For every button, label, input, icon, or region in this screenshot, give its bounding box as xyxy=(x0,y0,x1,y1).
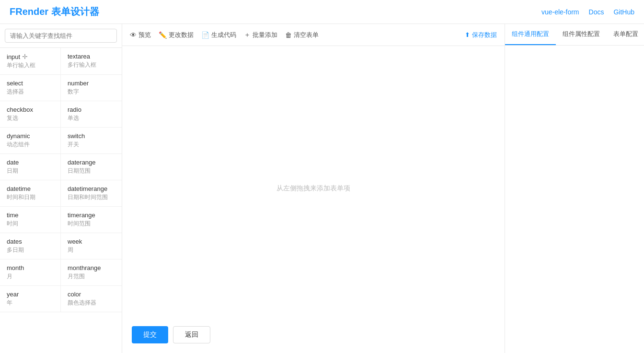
component-name: color xyxy=(68,291,115,298)
component-item-dynamic[interactable]: dynamic 动态组件 xyxy=(0,128,61,154)
component-label: 多行输入框 xyxy=(68,61,115,69)
edit-icon: ✏️ xyxy=(159,31,167,39)
config-tab-0[interactable]: 组件通用配置 xyxy=(505,24,556,45)
drag-icon: ✛ xyxy=(22,53,28,60)
search-input[interactable] xyxy=(5,29,117,43)
component-item-datetimerange[interactable]: datetimerange 日期和时间范围 xyxy=(61,180,122,207)
component-label: 日期和时间范围 xyxy=(68,193,115,201)
cancel-button[interactable]: 返回 xyxy=(173,326,210,343)
component-label: 时间范围 xyxy=(68,220,115,228)
component-item-timerange[interactable]: timerange 时间范围 xyxy=(61,207,122,233)
component-label: 月范围 xyxy=(68,272,115,281)
config-panel: 组件通用配置组件属性配置表单配置 xyxy=(505,24,644,353)
component-item-week[interactable]: week 周 xyxy=(61,233,122,259)
header-links: vue-ele-form Docs GitHub xyxy=(541,8,634,16)
config-tabs: 组件通用配置组件属性配置表单配置 xyxy=(505,24,644,46)
vue-ele-form-link[interactable]: vue-ele-form xyxy=(541,8,579,16)
component-item-switch[interactable]: switch 开关 xyxy=(61,128,122,154)
component-name: input ✛ xyxy=(7,53,54,60)
component-item-date[interactable]: date 日期 xyxy=(0,154,61,180)
component-name: datetime xyxy=(7,185,54,192)
component-name: daterange xyxy=(68,159,115,166)
component-label: 选择器 xyxy=(7,88,54,96)
config-content xyxy=(505,46,644,353)
canvas-content: 从左侧拖拽来添加表单项 提交 返回 xyxy=(122,46,505,353)
component-name: date xyxy=(7,159,54,166)
submit-button[interactable]: 提交 xyxy=(132,326,168,343)
github-link[interactable]: GitHub xyxy=(613,8,634,16)
component-item-month[interactable]: month 月 xyxy=(0,259,61,286)
component-item-color[interactable]: color 颜色选择器 xyxy=(61,286,122,312)
component-item-input[interactable]: input ✛ 单行输入框 xyxy=(0,48,61,75)
component-label: 时间和日期 xyxy=(7,193,54,201)
header: FRender 表单设计器 vue-ele-form Docs GitHub xyxy=(0,0,644,24)
drop-hint: 从左侧拖拽来添加表单项 xyxy=(132,56,495,321)
component-name: time xyxy=(7,212,54,219)
component-item-dates[interactable]: dates 多日期 xyxy=(0,233,61,259)
component-item-select[interactable]: select 选择器 xyxy=(0,75,61,101)
component-label: 复选 xyxy=(7,114,54,122)
canvas-actions: 提交 返回 xyxy=(132,321,210,343)
component-item-number[interactable]: number 数字 xyxy=(61,75,122,101)
edit-data-btn[interactable]: ✏️ 更改数据 xyxy=(159,31,194,39)
toolbar: 👁 预览 ✏️ 更改数据 📄 生成代码 ＋ 批量添加 🗑 清空表单 ⬆ xyxy=(122,24,505,46)
component-item-daterange[interactable]: daterange 日期范围 xyxy=(61,154,122,180)
component-item-radio[interactable]: radio 单选 xyxy=(61,101,122,128)
component-name: select xyxy=(7,80,54,87)
component-item-time[interactable]: time 时间 xyxy=(0,207,61,233)
component-label: 周 xyxy=(68,246,115,254)
component-item-checkbox[interactable]: checkbox 复选 xyxy=(0,101,61,128)
batch-add-btn[interactable]: ＋ 批量添加 xyxy=(244,31,277,39)
component-name: switch xyxy=(68,132,115,140)
component-name: dates xyxy=(7,238,54,245)
component-label: 开关 xyxy=(68,141,115,149)
preview-icon: 👁 xyxy=(130,31,137,39)
search-box xyxy=(0,24,122,48)
plus-icon: ＋ xyxy=(244,31,251,39)
component-item-year[interactable]: year 年 xyxy=(0,286,61,312)
component-label: 动态组件 xyxy=(7,141,54,149)
component-name: week xyxy=(68,238,115,245)
component-item-textarea[interactable]: textarea 多行输入框 xyxy=(61,48,122,75)
component-label: 月 xyxy=(7,272,54,281)
component-name: dynamic xyxy=(7,132,54,140)
component-label: 单选 xyxy=(68,114,115,122)
main-layout: input ✛ 单行输入框 textarea 多行输入框 select 选择器 … xyxy=(0,24,644,353)
config-tab-2[interactable]: 表单配置 xyxy=(607,24,644,45)
app-title: FRender 表单设计器 xyxy=(10,5,99,18)
clear-form-btn[interactable]: 🗑 清空表单 xyxy=(285,31,319,39)
generate-code-btn[interactable]: 📄 生成代码 xyxy=(201,31,236,39)
component-name: radio xyxy=(68,106,115,113)
component-item-monthrange[interactable]: monthrange 月范围 xyxy=(61,259,122,286)
preview-btn[interactable]: 👁 预览 xyxy=(130,31,151,39)
component-sidebar: input ✛ 单行输入框 textarea 多行输入框 select 选择器 … xyxy=(0,24,122,353)
component-item-datetime[interactable]: datetime 时间和日期 xyxy=(0,180,61,207)
component-label: 日期范围 xyxy=(68,167,115,175)
trash-icon: 🗑 xyxy=(285,31,292,39)
component-label: 日期 xyxy=(7,167,54,175)
component-name: number xyxy=(68,80,115,87)
config-tab-1[interactable]: 组件属性配置 xyxy=(556,24,607,45)
component-label: 时间 xyxy=(7,220,54,228)
component-name: timerange xyxy=(68,212,115,219)
component-name: month xyxy=(7,264,54,271)
docs-link[interactable]: Docs xyxy=(589,8,604,16)
component-name: monthrange xyxy=(68,264,115,271)
component-label: 颜色选择器 xyxy=(68,299,115,307)
component-grid: input ✛ 单行输入框 textarea 多行输入框 select 选择器 … xyxy=(0,48,122,312)
component-name: checkbox xyxy=(7,106,54,113)
component-label: 年 xyxy=(7,299,54,307)
component-name: textarea xyxy=(68,53,115,60)
component-label: 单行输入框 xyxy=(7,61,54,70)
code-icon: 📄 xyxy=(201,31,209,39)
save-data-btn[interactable]: ⬆ 保存数据 xyxy=(465,31,497,39)
component-name: year xyxy=(7,291,54,298)
component-name: datetimerange xyxy=(68,185,115,192)
save-icon: ⬆ xyxy=(465,31,470,38)
canvas-area: 👁 预览 ✏️ 更改数据 📄 生成代码 ＋ 批量添加 🗑 清空表单 ⬆ xyxy=(122,24,505,353)
component-label: 数字 xyxy=(68,88,115,96)
component-label: 多日期 xyxy=(7,246,54,254)
